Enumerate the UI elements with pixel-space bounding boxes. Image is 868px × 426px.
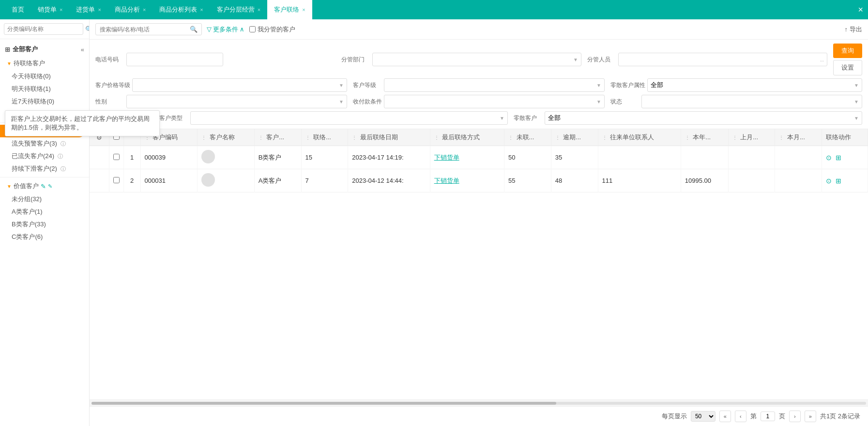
scroll-thumb[interactable] <box>91 402 556 405</box>
edit-icon[interactable]: ✎ <box>41 183 46 190</box>
row-name-cell <box>198 146 255 169</box>
sidebar-item-tomorrow[interactable]: 明天待联络(1) <box>0 83 89 95</box>
settings-button[interactable]: 设置 <box>833 60 862 75</box>
sidebar-search-input[interactable] <box>4 23 83 35</box>
sidebar-item-declining[interactable]: 持续下滑客户(2) ⓘ <box>0 162 89 175</box>
row-last-date-cell: 2023-04-17 14:19: <box>348 146 430 169</box>
sidebar-item-today[interactable]: 今天待联络(0) <box>0 70 89 83</box>
action-buttons: 查询 设置 <box>833 44 862 75</box>
sidebar-search-icon[interactable]: 🔍 <box>85 26 90 33</box>
col-action: 联络动作 <box>822 129 868 146</box>
row-checkbox-cell[interactable] <box>109 146 123 169</box>
contact-icon[interactable]: ⊙ <box>826 154 832 162</box>
sidebar-item-loss-warning[interactable]: 流失预警客户(3) ⓘ <box>0 137 89 150</box>
divider-2 <box>0 177 89 177</box>
sidebar-value-section[interactable]: ▼ 价值客户 ✎ ✎ <box>0 179 89 193</box>
sidebar-item-7days[interactable]: 近7天待联络(0) <box>0 95 89 108</box>
per-page-select[interactable]: 50 20 100 <box>691 411 716 422</box>
sidebar-item-b-class[interactable]: B类客户(33) <box>0 218 89 231</box>
table-body: 1 000039 B类客户 15 2023-04-17 14:19: 下销货单 … <box>90 146 868 192</box>
nav-customer-contact[interactable]: 客户联络 × <box>267 0 312 19</box>
info-icon-2: ⓘ <box>61 141 66 147</box>
next-page-button[interactable]: › <box>789 411 801 422</box>
search-icon[interactable]: 🔍 <box>190 26 198 33</box>
row-type-cell: A类客户 <box>254 169 301 192</box>
filter-top-bar: 🔍 ▽ 更多条件 ∧ 我分管的客户 ↑ 导出 <box>90 19 868 40</box>
retail-customer-field: 零散客户 全部 ▼ <box>514 111 862 125</box>
last-page-button[interactable]: » <box>805 411 816 422</box>
edit-icon-2[interactable]: ✎ <box>48 183 52 190</box>
my-customers-checkbox[interactable] <box>249 26 256 32</box>
last-method-link[interactable]: 下销货单 <box>434 154 459 161</box>
more-action-icon[interactable]: ⊞ <box>836 177 841 185</box>
collapse-icon[interactable]: « <box>81 46 84 53</box>
col-last-method: ⋮ 最后联络方式 <box>430 129 504 146</box>
horizontal-scrollbar[interactable] <box>90 399 868 406</box>
price-level-select[interactable]: ▼ <box>132 78 347 92</box>
prev-page-button[interactable]: ‹ <box>735 411 746 422</box>
nav-product-list[interactable]: 商品分析列表 × <box>152 0 210 19</box>
sidebar-section-pending[interactable]: ▼ 待联络客户 <box>0 57 89 70</box>
gender-select[interactable]: ▼ <box>126 95 347 108</box>
row-name-cell <box>198 169 255 192</box>
page-label: 第 <box>750 412 757 421</box>
retail-customer-select[interactable]: 全部 ▼ <box>545 111 862 125</box>
retail-customer-arrow: ▼ <box>854 116 859 121</box>
customer-type-label: 客户类型 <box>159 114 188 122</box>
row-last-method-cell[interactable]: 下销货单 <box>430 169 504 192</box>
dept-field: 分管部门 ▼ <box>341 53 581 66</box>
contact-icon[interactable]: ⊙ <box>826 177 832 185</box>
dept-select[interactable]: ▼ <box>372 53 581 66</box>
more-action-icon[interactable]: ⊞ <box>836 154 841 162</box>
filter-row-4: ... 客户类型 ▼ 零散客户 全部 ▼ <box>95 111 862 125</box>
row-contact-person-cell <box>598 146 681 169</box>
row-this-month-cell <box>775 169 822 192</box>
sidebar-item-ungroup[interactable]: 未分组(32) <box>0 193 89 206</box>
close-product-analysis-tab[interactable]: × <box>143 7 146 13</box>
sidebar-item-c-class[interactable]: C类客户(6) <box>0 231 89 243</box>
close-sales-tab[interactable]: × <box>60 7 62 13</box>
row-num-cell: 1 <box>123 146 140 169</box>
customer-level-select[interactable]: ▼ <box>384 78 605 92</box>
manager-select[interactable]: ... <box>618 53 827 66</box>
query-button[interactable]: 查询 <box>833 44 862 58</box>
close-purchase-tab[interactable]: × <box>98 7 101 13</box>
phone-input[interactable] <box>126 53 223 66</box>
customer-search-input[interactable] <box>100 26 188 33</box>
window-close-icon[interactable]: × <box>858 5 863 15</box>
first-page-button[interactable]: « <box>719 411 731 422</box>
top-nav: 首页 销货单 × 进货单 × 商品分析 × 商品分析列表 × 客户分层经营 × … <box>0 0 868 19</box>
nav-product-analysis[interactable]: 商品分析 × <box>108 0 152 19</box>
payment-select[interactable]: ▼ <box>384 95 605 108</box>
row-this-year-cell <box>681 146 728 169</box>
row-last-method-cell[interactable]: 下销货单 <box>430 146 504 169</box>
customer-type-select[interactable]: ▼ <box>190 111 508 125</box>
sidebar: 🔍 ⊞ 全部客户 « ▼ 待联络客户 今天待联络(0) 明天待联络(1) 近7天… <box>0 19 90 426</box>
sidebar-item-a-class[interactable]: A类客户(1) <box>0 206 89 218</box>
nav-home[interactable]: 首页 <box>5 0 31 19</box>
row-not-contact-cell: 50 <box>504 146 551 169</box>
last-method-link[interactable]: 下销货单 <box>434 177 459 184</box>
nav-purchase[interactable]: 进货单 × <box>69 0 107 19</box>
retail-attr-select[interactable]: 全部 ▼ <box>647 78 862 92</box>
status-field: 状态 ▼ <box>610 95 862 108</box>
close-customer-seg-tab[interactable]: × <box>258 7 260 13</box>
nav-customer-segmentation[interactable]: 客户分层经营 × <box>210 0 267 19</box>
status-select[interactable]: ▼ <box>641 95 862 108</box>
close-product-list-tab[interactable]: × <box>200 7 203 13</box>
export-button[interactable]: ↑ 导出 <box>845 25 863 34</box>
row-type-cell: B类客户 <box>254 146 301 169</box>
nav-sales[interactable]: 销货单 × <box>31 0 69 19</box>
row-action-cell: ⊙ ⊞ <box>822 146 868 169</box>
triangle-icon: ▼ <box>7 61 12 66</box>
row-checkbox-cell[interactable] <box>109 169 123 192</box>
sidebar-item-lost[interactable]: 已流失客户(24) ⓘ <box>0 150 89 162</box>
more-conditions-button[interactable]: ▽ 更多条件 ∧ <box>207 25 244 34</box>
page-input[interactable] <box>761 411 775 421</box>
row-not-contact-cell: 55 <box>504 169 551 192</box>
close-customer-contact-tab[interactable]: × <box>302 7 305 13</box>
sidebar-all-customers[interactable]: ⊞ 全部客户 « <box>0 42 89 57</box>
filter-row-1: 电话号码 分管部门 ▼ 分管人员 ... <box>95 44 862 75</box>
per-page-label: 每页显示 <box>662 412 687 421</box>
row-settings-cell <box>90 146 109 169</box>
